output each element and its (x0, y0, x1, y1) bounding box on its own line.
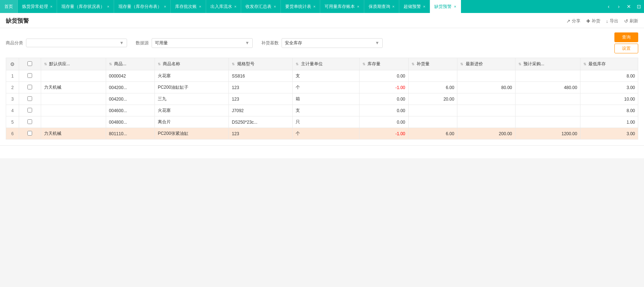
tab-next-button[interactable]: › (614, 0, 624, 13)
row-stock: 0.00 (359, 93, 408, 105)
replenish-base-filter-group: 补货基数 安全库存 ▼ (261, 38, 383, 48)
tab-prev-button[interactable]: ‹ (604, 0, 614, 13)
row-spec: SS816 (229, 70, 293, 82)
tab-close-batch-account[interactable]: × (199, 4, 201, 9)
tab-expiry[interactable]: 保质期查询 × (364, 0, 399, 13)
column-settings[interactable]: ⚙ (6, 58, 19, 70)
column-latest-price[interactable]: ⇅ 最新进价 (457, 58, 515, 70)
category-select[interactable]: ▼ (26, 39, 127, 47)
tab-shortage[interactable]: 缺货预警 × (430, 0, 461, 13)
row-spec: 123 (229, 93, 293, 105)
share-icon: ↗ (566, 18, 570, 24)
row-number: 2 (6, 82, 19, 93)
table-row: 2 力天机械 004200... PC200油缸缸子 123 个 -1.00 6… (6, 82, 638, 93)
row-supplier: 力天机械 (41, 128, 106, 140)
row-min-stock: 8.00 (580, 105, 638, 116)
table-container: ⚙ ⇅ 默认供应... ⇅ 商品... ⇅ 商品名称 (0, 58, 644, 145)
row-supplier: 力天机械 (41, 82, 106, 93)
column-unit[interactable]: ⇅ 主计量单位 (293, 58, 359, 70)
tab-in-out-flow[interactable]: 出入库流水 × (206, 0, 241, 13)
column-spec[interactable]: ⇅ 规格型号 (229, 58, 293, 70)
tab-overstock[interactable]: 超储预警 × (399, 0, 430, 13)
goods-code-sort-icon: ⇅ (109, 62, 112, 66)
row-supplier (41, 116, 106, 128)
tab-close-abnormal[interactable]: × (50, 4, 52, 9)
tab-close-available-ledger[interactable]: × (357, 4, 359, 9)
tab-order-stats[interactable]: 要货单统计表 × (281, 0, 320, 13)
row-goods-name: 三九 (155, 93, 229, 105)
replenish-base-select[interactable]: 安全库存 ▼ (282, 38, 383, 48)
replenish-qty-sort-icon: ⇅ (412, 62, 414, 66)
tab-close-order-stats[interactable]: × (313, 4, 316, 9)
tab-close-shortage[interactable]: × (454, 4, 456, 9)
row-stock: 0.00 (359, 70, 408, 82)
replenish-button[interactable]: ✚ 补货 (586, 18, 600, 24)
column-est-purchase[interactable]: ⇅ 预计采购... (515, 58, 580, 70)
query-button[interactable]: 查询 (614, 32, 638, 42)
tab-batch-account[interactable]: 库存批次账 × (171, 0, 206, 13)
tab-close-stock-dist[interactable]: × (164, 4, 166, 9)
row-number: 4 (6, 105, 19, 116)
column-checkbox (19, 58, 41, 70)
tab-bar: 首页 炼货异常处理 × 现存量（库存状况表） × 现存量（库存分布表） × 库存… (0, 0, 644, 13)
pagination-area (0, 145, 644, 158)
row-latest-price (457, 105, 515, 116)
row-min-stock: 3.00 (580, 82, 638, 93)
refresh-button[interactable]: ↺ 刷新 (624, 18, 638, 24)
column-goods-name[interactable]: ⇅ 商品名称 (155, 58, 229, 70)
row-checkbox-cell (19, 105, 41, 116)
row-unit: 个 (293, 82, 359, 93)
table-row: 3 004200... 三九 123 箱 0.00 20.00 10.00 (6, 93, 638, 105)
table-body: 1 0000042 火花塞 SS816 支 0.00 8.00 2 力天机械 0… (6, 70, 638, 140)
tab-close-receive-total[interactable]: × (274, 4, 276, 9)
row-min-stock: 8.00 (580, 70, 638, 82)
tab-expand-button[interactable]: ⊡ (634, 0, 644, 13)
tab-available-ledger[interactable]: 可用量库存账本 × (320, 0, 364, 13)
row-checkbox[interactable] (27, 85, 32, 89)
tab-close-in-out-flow[interactable]: × (234, 4, 236, 9)
tab-stock-status[interactable]: 现存量（库存状况表） × (57, 0, 114, 13)
replenish-base-dropdown-arrow: ▼ (375, 40, 379, 45)
tab-stock-dist[interactable]: 现存量（库存分布表） × (114, 0, 171, 13)
tab-abnormal[interactable]: 炼货异常处理 × (18, 0, 57, 13)
tab-close-expiry[interactable]: × (392, 4, 395, 9)
row-goods-code: 0000042 (106, 70, 155, 82)
est-purchase-sort-icon: ⇅ (518, 62, 521, 66)
row-number: 3 (6, 93, 19, 105)
data-table: ⚙ ⇅ 默认供应... ⇅ 商品... ⇅ 商品名称 (6, 58, 638, 140)
row-min-stock: 10.00 (580, 93, 638, 105)
row-replenish-qty (408, 116, 457, 128)
row-min-stock: 1.00 (580, 116, 638, 128)
row-checkbox[interactable] (27, 119, 32, 124)
tab-home[interactable]: 首页 (0, 0, 18, 13)
column-min-stock[interactable]: ⇅ 最低库存 (580, 58, 638, 70)
column-supplier[interactable]: ⇅ 默认供应... (41, 58, 106, 70)
tab-close-overstock[interactable]: × (423, 4, 425, 9)
row-goods-code: 004600... (106, 105, 155, 116)
row-replenish-qty: 6.00 (408, 128, 457, 140)
export-button[interactable]: ↓ 导出 (606, 18, 619, 24)
filter-actions: 查询 设置 (614, 32, 638, 53)
latest-price-sort-icon: ⇅ (460, 62, 463, 66)
row-checkbox[interactable] (27, 131, 32, 136)
column-goods-code[interactable]: ⇅ 商品... (106, 58, 155, 70)
settings-button[interactable]: 设置 (614, 44, 638, 53)
column-stock[interactable]: ⇅ 库存量 (359, 58, 408, 70)
column-replenish-qty[interactable]: ⇅ 补货量 (408, 58, 457, 70)
row-stock: -1.00 (359, 82, 408, 93)
row-est-purchase (515, 93, 580, 105)
row-checkbox[interactable] (27, 108, 32, 112)
row-checkbox[interactable] (27, 73, 32, 78)
tab-close-all-button[interactable]: ✕ (624, 0, 634, 13)
tab-close-stock-status[interactable]: × (107, 4, 109, 9)
datasource-filter-group: 数据源 可用量 ▼ (136, 38, 253, 48)
row-checkbox[interactable] (27, 96, 32, 101)
row-goods-name: 火花塞 (155, 70, 229, 82)
datasource-select[interactable]: 可用量 ▼ (152, 38, 253, 48)
row-latest-price: 200.00 (457, 128, 515, 140)
replenish-icon: ✚ (586, 18, 590, 24)
share-button[interactable]: ↗ 分享 (566, 18, 580, 24)
row-spec: 123 (229, 128, 293, 140)
tab-receive-total[interactable]: 收发存汇总表 × (241, 0, 280, 13)
select-all-checkbox[interactable] (27, 61, 32, 66)
